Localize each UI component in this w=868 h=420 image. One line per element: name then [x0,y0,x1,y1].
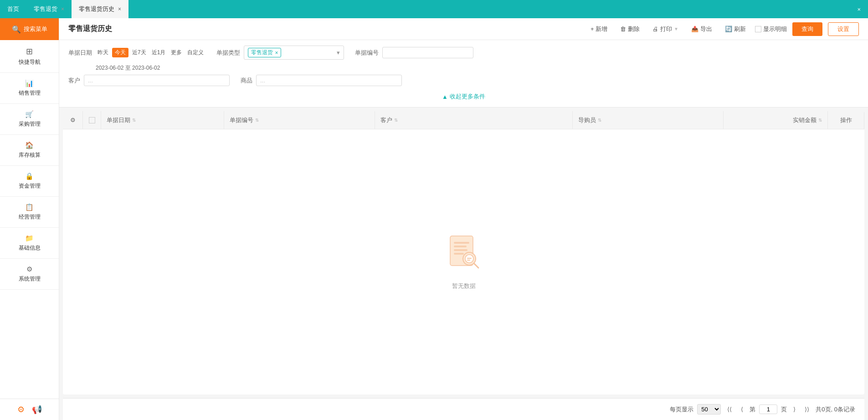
export-button[interactable]: 📤 导出 [688,23,716,35]
tab-return-history[interactable]: 零售退货历史 × [72,0,128,18]
quick-nav-icon: ⊞ [26,46,33,56]
settings-button[interactable]: 设置 [828,22,859,36]
total-info: 共0页, 0条记录 [816,405,855,414]
export-icon: 📤 [691,26,699,32]
date-btn-today[interactable]: 今天 [112,48,128,57]
svg-line-7 [474,263,478,268]
collapse-icon: ▲ [442,93,448,100]
svg-rect-8 [467,258,472,259]
date-btn-custom[interactable]: 自定义 [185,48,205,57]
date-filter-buttons: 昨天 今天 近7天 近1月 更多 自定义 [96,48,205,57]
close-all-button[interactable]: × [857,6,868,13]
close-return-tab-icon[interactable]: × [61,6,64,12]
th-guide[interactable]: 导购员 ⇅ [573,111,724,129]
first-page-icon[interactable]: ⟨⟨ [724,405,734,414]
customer-filter: 客户 ... [68,75,230,86]
prev-page-icon[interactable]: ⟨ [738,405,746,414]
sidebar-item-purchase[interactable]: 🛒 采购管理 [0,104,59,135]
date-btn-yesterday[interactable]: 昨天 [96,48,110,57]
type-tag-return: 零售退货 × [248,48,281,57]
sidebar-item-inventory[interactable]: 🏠 库存核算 [0,135,59,166]
empty-state: 暂无数据 [63,129,864,394]
order-num-filter: 单据编号 [355,47,473,58]
amount-sort-icon: ⇅ [818,118,822,123]
page-label: 第 [750,405,755,414]
date-btn-more[interactable]: 更多 [169,48,184,57]
th-customer[interactable]: 客户 ⇅ [375,111,572,129]
inventory-icon: 🏠 [25,141,34,149]
tab-home[interactable]: 首页 [0,0,26,18]
svg-rect-3 [454,249,467,251]
sidebar: 🔍 搜索菜单 ⊞ 快捷导航 📊 销售管理 🛒 采购管理 🏠 库存核算 🔒 资金管… [0,18,59,420]
num-sort-icon: ⇅ [255,118,259,123]
content-area: 零售退货历史 + 新增 🗑 删除 🖨 打印 ▼ 📤 导出 [59,18,868,420]
main-layout: 🔍 搜索菜单 ⊞ 快捷导航 📊 销售管理 🛒 采购管理 🏠 库存核算 🔒 资金管… [0,18,868,420]
sidebar-item-quick-nav[interactable]: ⊞ 快捷导航 [0,40,59,73]
svg-rect-9 [467,260,470,261]
page-number-input[interactable] [759,405,777,414]
th-num[interactable]: 单据编号 ⇅ [224,111,375,129]
per-page-label: 每页显示 [670,405,693,414]
settings-icon[interactable]: ⚙ [17,405,25,415]
page-title: 零售退货历史 [68,24,112,34]
close-return-history-tab-icon[interactable]: × [118,6,121,12]
new-button[interactable]: + 新增 [587,23,611,35]
pagination: 每页显示 50 10 20 100 ⟨⟨ ⟨ 第 页 ⟩ ⟩⟩ 共0页, 0条记… [63,398,864,420]
sales-icon: 📊 [25,79,34,87]
customer-input[interactable]: ... [84,75,230,86]
search-icon: 🔍 [12,25,21,34]
sidebar-bottom: ⚙ 📢 [0,399,59,420]
system-icon: ⚙ [26,265,32,273]
empty-text: 暂无数据 [452,282,476,290]
filter-area: 单据日期 昨天 今天 近7天 近1月 更多 自定义 单据类型 [59,40,868,108]
product-filter: 商品 ... [241,75,402,86]
sidebar-item-basic[interactable]: 📁 基础信息 [0,228,59,259]
purchase-icon: 🛒 [25,110,34,118]
table-header: ⚙ 单据日期 ⇅ 单据编号 ⇅ 客户 ⇅ 导购员 [63,111,864,129]
th-settings[interactable]: ⚙ [63,111,83,129]
sidebar-item-system[interactable]: ⚙ 系统管理 [0,259,59,290]
page-header: 零售退货历史 + 新增 🗑 删除 🖨 打印 ▼ 📤 导出 [59,18,868,40]
sidebar-item-operation[interactable]: 📋 经营管理 [0,197,59,228]
finance-icon: 🔒 [25,172,34,180]
print-arrow-icon: ▼ [674,26,678,31]
sidebar-item-sales[interactable]: 📊 销售管理 [0,73,59,104]
svg-rect-4 [454,253,464,255]
date-sort-icon: ⇅ [132,118,136,123]
th-checkbox[interactable] [83,111,101,129]
show-detail-checkbox[interactable]: 显示明细 [755,25,787,33]
sidebar-search[interactable]: 🔍 搜索菜单 [0,18,59,40]
sidebar-item-finance[interactable]: 🔒 资金管理 [0,166,59,197]
tab-return[interactable]: 零售退货 × [26,0,72,18]
date-filter: 单据日期 昨天 今天 近7天 近1月 更多 自定义 [68,48,205,57]
type-tag-remove-icon[interactable]: × [275,50,278,56]
type-select[interactable]: 零售退货 × ▾ [244,46,344,60]
print-button[interactable]: 🖨 打印 ▼ [649,23,682,35]
detail-checkbox-input[interactable] [755,26,761,32]
next-page-icon[interactable]: ⟩ [791,405,798,414]
speaker-icon[interactable]: 📢 [32,405,42,415]
date-btn-1month[interactable]: 近1月 [150,48,168,57]
date-range-display: 2023-06-02 至 2023-06-02 [96,65,160,71]
query-button[interactable]: 查询 [792,22,822,36]
top-bar: 首页 零售退货 × 零售退货历史 × × [0,0,868,18]
type-filter: 单据类型 零售退货 × ▾ [216,46,344,60]
order-num-input[interactable] [382,47,473,58]
basic-icon: 📁 [25,234,34,242]
th-amount[interactable]: 实销金额 ⇅ [724,111,828,129]
select-all-checkbox[interactable] [89,117,95,123]
last-page-icon[interactable]: ⟩⟩ [802,405,812,414]
empty-illustration [446,234,482,275]
product-input[interactable]: ... [256,75,402,86]
delete-button[interactable]: 🗑 删除 [616,23,643,35]
th-action: 操作 [828,111,864,129]
guide-sort-icon: ⇅ [598,118,601,123]
filter-row-1: 单据日期 昨天 今天 近7天 近1月 更多 自定义 单据类型 [68,46,859,60]
customer-sort-icon: ⇅ [394,118,398,123]
collapse-filter-button[interactable]: ▲ 收起更多条件 [435,91,493,102]
th-date[interactable]: 单据日期 ⇅ [101,111,224,129]
refresh-button[interactable]: 🔄 刷新 [721,23,750,35]
per-page-select[interactable]: 50 10 20 100 [697,404,721,415]
date-btn-7days[interactable]: 近7天 [130,48,148,57]
delete-icon: 🗑 [620,26,626,32]
